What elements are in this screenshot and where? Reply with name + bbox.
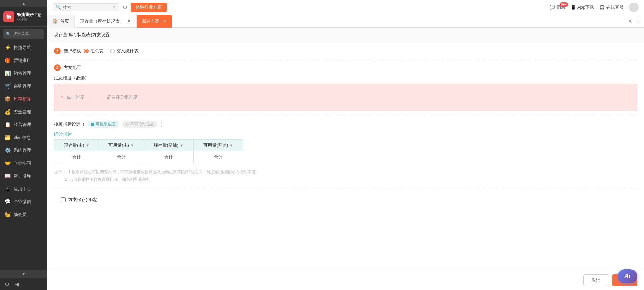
app-center-icon: 📱	[5, 186, 11, 192]
quick-nav-icon: ⚡	[5, 45, 11, 51]
sidebar-item-label: 采购管理	[14, 83, 31, 89]
user-avatar[interactable]	[629, 3, 639, 12]
sidebar-item-operations[interactable]: 📋 经营管理	[0, 118, 47, 131]
tab-inventory-status[interactable]: 现存量（库存状况表） ✕	[75, 15, 137, 28]
app-edition: 标准版	[17, 17, 41, 22]
indicator-settings: 模板指标设定（ 可拖动位置 不可拖动位置 ）	[54, 121, 637, 128]
sidebar-item-label: 企业协同	[14, 160, 31, 166]
stats-table-header-row: 现存量(主) ▼ 可用量(主) ▼	[54, 140, 243, 151]
sidebar-item-quick-nav[interactable]: ⚡ 快捷导航	[0, 41, 47, 54]
tip-text-2: 2. 点击标题栏下拉可设置排序、插入列和删除列	[65, 176, 150, 184]
ai-bubble-label: Ai	[624, 273, 630, 280]
step1-section: 1 选择模板 汇总表 交叉统计表	[54, 48, 637, 54]
header-right: 💬 消息 99+ 📱 App下载 🎧 在线客服	[550, 3, 639, 12]
maximize-icon[interactable]: ⛶	[635, 18, 641, 24]
footer-bar: 取消 查询	[47, 270, 644, 290]
home-icon: 🏠	[53, 19, 58, 24]
tab-home[interactable]: 🏠 首页	[47, 15, 75, 28]
col-available-main-label: 可用量(主)	[108, 142, 129, 148]
sidebar-item-cooperation[interactable]: 🤝 企业协同	[0, 157, 47, 170]
col-available-main-chevron: ▼	[130, 143, 134, 147]
sidebar-search[interactable]: 🔍 搜索菜单	[3, 29, 44, 39]
radio-summary[interactable]: 汇总表	[84, 48, 103, 54]
finance-icon: 💰	[5, 109, 11, 115]
sales-icon: 📊	[5, 70, 11, 76]
tab-new-plan[interactable]: 新建方案 ✕	[137, 15, 172, 28]
cancel-button[interactable]: 取消	[583, 274, 609, 286]
sidebar-scroll-up[interactable]: ▲	[0, 0, 47, 7]
sidebar-item-basic-info[interactable]: 🗂️ 基础信息	[0, 131, 47, 144]
app-download-icon: 📱	[571, 5, 576, 10]
sidebar-item-finance[interactable]: 💰 资金管理	[0, 105, 47, 118]
online-service-button[interactable]: 🎧 在线客服	[599, 4, 624, 10]
indicator-settings-text: 模板指标设定（	[54, 121, 85, 127]
tab-new-plan-close-icon[interactable]: ✕	[163, 19, 166, 24]
basic-info-icon: 🗂️	[5, 135, 11, 141]
step2-section: 2 方案配置 汇总维度（必选） * 纵向维度 —— 请选择分组维度	[54, 64, 637, 183]
sidebar-item-label: 系统管理	[14, 147, 31, 153]
dimension-field-label: 纵向维度	[67, 94, 84, 100]
sidebar-item-label: 销售管理	[14, 70, 31, 76]
sidebar-item-wechat[interactable]: 💬 企业微信	[0, 195, 47, 208]
tip-item-1: 提示： 1.拖动标题栏可以调整布局，不可跨维度或指标区域拖动栏目字段(只能在同一…	[54, 169, 637, 176]
radio-cross-label: 交叉统计表	[117, 48, 139, 54]
col-stock-main-chevron: ▼	[86, 143, 90, 147]
save-checkbox[interactable]	[61, 197, 66, 202]
search-icon: 🔍	[6, 32, 11, 37]
sidebar-item-member[interactable]: 👑 畅会员	[0, 208, 47, 221]
sidebar-item-label: 经营管理	[14, 122, 31, 128]
col-available-aux[interactable]: 可用量(基辅) ▼	[193, 140, 243, 151]
header-gear-icon[interactable]: ⚙	[123, 4, 127, 10]
sidebar-item-label: 应用中心	[14, 186, 31, 192]
divider-1	[54, 60, 637, 60]
indicator-settings-label: 模板指标设定（ 可拖动位置 不可拖动位置 ）	[54, 121, 637, 128]
app-brand: 畅捷通好生意	[17, 12, 41, 18]
marketing-icon: 🎁	[5, 57, 11, 64]
top-search-input[interactable]	[63, 5, 110, 10]
cell-available-main-sub: 合计	[99, 151, 144, 163]
collapse-icon[interactable]: ◀	[15, 281, 19, 287]
app-download-button[interactable]: 📱 App下载	[571, 4, 594, 10]
draggable-pill: 可拖动位置	[88, 121, 119, 128]
col-stock-aux-chevron: ▼	[180, 143, 183, 147]
sidebar-scroll-down[interactable]: ▼	[0, 270, 47, 278]
divider-2	[54, 115, 637, 115]
sidebar-item-guide[interactable]: 📖 新手引导	[0, 170, 47, 183]
message-icon: 💬	[550, 5, 555, 10]
cell-stock-aux-sub: 合计	[144, 151, 193, 163]
settings-icon[interactable]: ⚙	[5, 281, 9, 287]
sidebar-item-sales[interactable]: 📊 销售管理	[0, 67, 47, 80]
sidebar-item-marketing[interactable]: 🎁 营销推广	[0, 54, 47, 67]
close-tab-icon[interactable]: ✕	[628, 18, 633, 24]
dimension-placeholder: * 纵向维度 —— 请选择分组维度	[61, 94, 138, 100]
trial-button[interactable]: 体验行业方案	[131, 3, 167, 12]
top-search-bar[interactable]: 🔍 ▼	[53, 3, 119, 11]
app-download-label: App下载	[577, 4, 594, 10]
tab-new-plan-label: 新建方案	[142, 18, 159, 24]
template-radio-group: 汇总表 交叉统计表	[84, 48, 139, 54]
sidebar-item-system[interactable]: ⚙️ 系统管理	[0, 144, 47, 157]
sidebar-item-app-center[interactable]: 📱 应用中心	[0, 183, 47, 195]
save-section: 方案保存(可选)	[54, 193, 637, 206]
inventory-icon: 📦	[5, 96, 11, 102]
tab-inventory-close-icon[interactable]: ✕	[127, 19, 131, 24]
sidebar-item-inventory[interactable]: 📦 库存核算	[0, 93, 47, 105]
dimension-select-placeholder[interactable]: 请选择分组维度	[107, 94, 138, 100]
online-service-label: 在线客服	[606, 4, 624, 10]
sidebar-item-label: 新手引导	[14, 173, 31, 179]
message-button[interactable]: 💬 消息 99+	[550, 4, 565, 10]
col-available-aux-chevron: ▼	[229, 143, 233, 147]
system-icon: ⚙️	[5, 147, 11, 153]
step1-header: 1 选择模板 汇总表 交叉统计表	[54, 48, 637, 54]
ai-bubble[interactable]: Ai	[618, 269, 637, 283]
step2-badge: 2	[54, 64, 61, 71]
stats-section: 统计指标 现存量(主) ▼	[54, 131, 637, 163]
sidebar-item-purchase[interactable]: 🛒 采购管理	[0, 80, 47, 93]
radio-summary-label: 汇总表	[90, 48, 103, 54]
col-stock-main[interactable]: 现存量(主) ▼	[54, 140, 99, 151]
sidebar: ▲ 畅 畅捷通好生意 标准版 🔍 搜索菜单 ⚡ 快捷导航 🎁 营销推广 📊 销售…	[0, 0, 47, 290]
main: 🔍 ▼ ⚙ 体验行业方案 💬 消息 99+ 📱 App下载 🎧 在线客服	[47, 0, 644, 290]
col-stock-aux[interactable]: 现存量(基辅) ▼	[144, 140, 193, 151]
col-available-main[interactable]: 可用量(主) ▼	[99, 140, 144, 151]
radio-cross[interactable]: 交叉统计表	[110, 48, 139, 54]
